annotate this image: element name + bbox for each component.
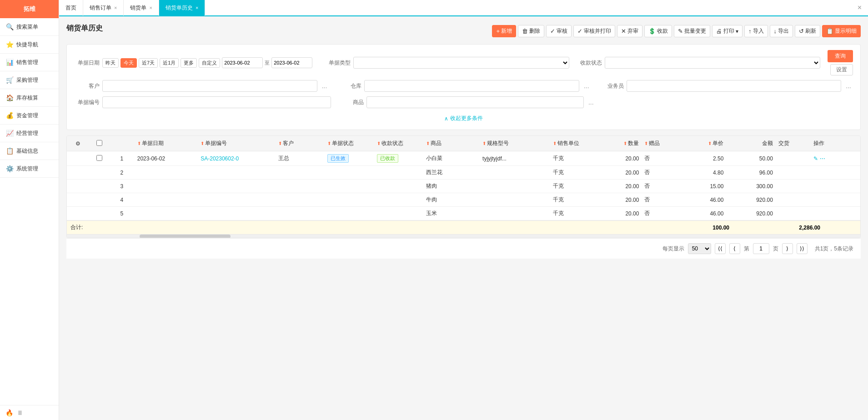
salesperson-dots-btn[interactable]: ... [844, 82, 853, 90]
row-no [198, 193, 275, 207]
salesperson-input[interactable] [627, 80, 842, 92]
query-button[interactable]: 查询 [828, 50, 853, 62]
close-all-tabs[interactable]: × [851, 4, 868, 12]
audit-button[interactable]: ✓ 审核 [546, 25, 572, 37]
row-no [198, 166, 275, 180]
prev-page-btn[interactable]: ⟨ [729, 243, 740, 254]
sidebar-item-operation-mgmt[interactable]: 📈 经营管理 [0, 125, 59, 142]
abandon-label: 弃审 [627, 27, 638, 35]
print-button[interactable]: 🖨 打印 ▾ [712, 25, 743, 37]
sidebar-item-sales-mgmt[interactable]: 📊 销售管理 [0, 54, 59, 71]
unit-column-header[interactable]: ⬆销售单位 [550, 136, 599, 151]
edit-icon[interactable]: ✎ [813, 155, 818, 162]
settings-button[interactable]: 设置 [830, 64, 853, 75]
gift-column-header[interactable]: ⬆赠品 [642, 136, 677, 151]
row-amount: 300.00 [726, 180, 775, 193]
batch-change-button[interactable]: ✎ 批量变更 [674, 25, 710, 37]
doc-type-select[interactable] [353, 57, 569, 69]
goods-input[interactable] [366, 96, 584, 108]
settings-column-header[interactable]: ⚙ [67, 136, 90, 151]
tab-sales-history-close[interactable]: × [196, 5, 198, 10]
date-btn-more[interactable]: 更多 [181, 58, 197, 68]
row-trade [776, 180, 811, 193]
date-from-input[interactable] [222, 57, 263, 68]
next-page-btn[interactable]: ⟩ [782, 243, 793, 254]
date-btn-last1m[interactable]: 近1月 [160, 58, 179, 68]
import-label: 导入 [753, 27, 764, 35]
customer-column-header[interactable]: ⬆客户 [276, 136, 325, 151]
sidebar-item-basic-info[interactable]: 📋 基础信息 [0, 142, 59, 160]
row-action[interactable]: ✎⋯ [811, 151, 860, 166]
date-btn-last7[interactable]: 近7天 [139, 58, 158, 68]
date-range: 昨天 今天 近7天 近1月 更多 自定义 至 [102, 57, 318, 68]
export-button[interactable]: ↓ 导出 [770, 25, 793, 37]
sidebar-item-quick-nav[interactable]: ⭐ 快捷导航 [0, 36, 59, 54]
date-column-header[interactable]: ⬆单据日期 [135, 136, 198, 151]
import-button[interactable]: ↑ 导入 [744, 25, 768, 37]
date-btn-yesterday[interactable]: 昨天 [102, 58, 119, 68]
collapse-filter-btn[interactable]: ∧ 收起更多条件 [74, 113, 853, 124]
row-checkbox[interactable] [96, 155, 102, 161]
chart-icon: 📊 [5, 58, 14, 66]
fire-icon[interactable]: 🔥 [5, 409, 13, 416]
search-icon: 🔍 [5, 23, 14, 31]
num-column-header [109, 136, 135, 151]
qty-column-header[interactable]: ⬆数量 [600, 136, 642, 151]
refresh-button[interactable]: ↺ 刷新 [795, 25, 820, 37]
status-column-header[interactable]: ⬆单据状态 [325, 136, 374, 151]
tab-sales-goods[interactable]: 销货单 × [124, 0, 159, 16]
row-gift: 否 [642, 207, 677, 220]
horizontal-scrollbar[interactable] [67, 234, 860, 238]
date-filter-group: 单据日期 昨天 今天 近7天 近1月 更多 自定义 至 [74, 57, 318, 68]
tab-home[interactable]: 首页 [59, 0, 83, 16]
date-btn-today[interactable]: 今天 [120, 58, 137, 68]
price-column-header[interactable]: ⬆单价 [677, 136, 726, 151]
print-icon: 🖨 [716, 28, 722, 35]
goods-column-header[interactable]: ⬆商品 [423, 136, 480, 151]
warehouse-input[interactable] [364, 80, 579, 92]
doc-no-input[interactable] [102, 96, 331, 108]
row-status [325, 193, 374, 207]
first-page-btn[interactable]: ⟨⟨ [715, 243, 726, 254]
row-spec: tyjyjtyjdf... [480, 151, 550, 166]
sidebar-item-inventory[interactable]: 🏠 库存核算 [0, 89, 59, 107]
tab-sales-order-close[interactable]: × [114, 5, 117, 10]
sidebar-item-purchase-mgmt[interactable]: 🛒 采购管理 [0, 71, 59, 89]
customer-input[interactable] [102, 80, 317, 92]
tab-sales-order[interactable]: 销售订单 × [83, 0, 124, 16]
more-icon[interactable]: ⋯ [820, 155, 825, 162]
collect-button[interactable]: 💲 收款 [644, 25, 672, 37]
row-no[interactable]: SA-20230602-0 [198, 151, 275, 166]
pause-icon[interactable]: ⏸ [17, 409, 23, 416]
sidebar-item-search-menu[interactable]: 🔍 搜索菜单 [0, 18, 59, 36]
delete-button[interactable]: 🗑 删除 [518, 25, 544, 37]
pay-status-select[interactable] [605, 57, 820, 69]
add-button[interactable]: + 新增 [492, 25, 516, 37]
tab-sales-history[interactable]: 销货单历史 × [159, 0, 205, 16]
goods-dots-btn[interactable]: ... [587, 99, 596, 106]
row-price: 15.00 [677, 180, 726, 193]
audit-print-button[interactable]: ✓ 审核并打印 [573, 25, 615, 37]
no-column-header[interactable]: ⬆单据编号 [198, 136, 275, 151]
spec-column-header[interactable]: ⬆规格型号 [480, 136, 550, 151]
batch-change-label: 批量变更 [684, 27, 706, 35]
show-detail-button[interactable]: 📋 显示明细 [822, 25, 861, 37]
pay-column-header[interactable]: ⬆收款状态 [374, 136, 423, 151]
customer-dots-btn[interactable]: ... [320, 82, 329, 90]
warehouse-filter-group: 仓库 ... [336, 80, 591, 92]
detail-icon: 📋 [826, 28, 833, 35]
page-input[interactable] [753, 243, 769, 254]
page-size-select[interactable]: 20 50 100 [688, 243, 711, 254]
tab-sales-goods-close[interactable]: × [149, 5, 152, 10]
scroll-thumb[interactable] [140, 235, 231, 238]
date-btn-custom[interactable]: 自定义 [199, 58, 220, 68]
abandon-button[interactable]: ✕ 弃审 [617, 25, 642, 37]
select-all-checkbox[interactable] [96, 140, 102, 146]
doc-no-link[interactable]: SA-20230602-0 [201, 155, 239, 162]
sidebar-item-system-mgmt[interactable]: ⚙️ 系统管理 [0, 160, 59, 178]
row-gift: 否 [642, 151, 677, 166]
warehouse-dots-btn[interactable]: ... [582, 82, 591, 90]
last-page-btn[interactable]: ⟩⟩ [797, 243, 808, 254]
date-to-input[interactable] [271, 57, 312, 68]
sidebar-item-finance-mgmt[interactable]: 💰 资金管理 [0, 107, 59, 125]
